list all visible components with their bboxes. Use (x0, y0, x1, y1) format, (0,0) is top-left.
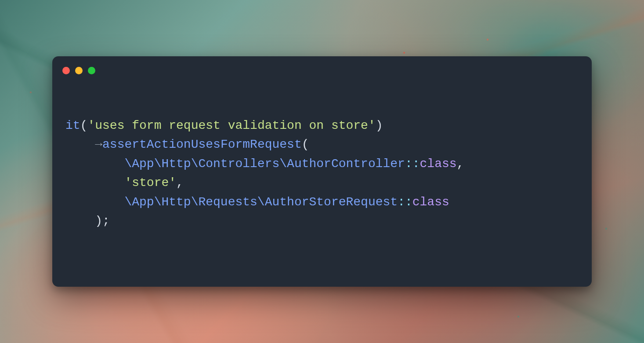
fn-it: it (65, 119, 80, 132)
comma: , (457, 157, 464, 171)
paren-close: ) (95, 214, 102, 228)
semicolon: ; (102, 214, 110, 228)
ns-controller: \App\Http\Controllers\AuthorController (124, 157, 405, 171)
kw-class: class (420, 157, 457, 171)
double-colon: :: (398, 195, 412, 209)
arrow-icon: → (95, 138, 102, 151)
method-assert: assertActionUsesFormRequest (102, 138, 302, 151)
code-line-4: 'store', (65, 176, 184, 190)
indent (65, 138, 95, 151)
string-test-name: 'uses form request validation on store' (87, 119, 375, 132)
paren-close: ) (376, 119, 383, 132)
code-line-6: ); (65, 214, 110, 228)
code-window: it('uses form request validation on stor… (52, 56, 592, 287)
minimize-icon[interactable] (75, 67, 83, 74)
window-traffic-lights (62, 67, 95, 74)
ns-request: \App\Http\Requests\AuthorStoreRequest (124, 195, 398, 209)
indent (65, 214, 95, 228)
zoom-icon[interactable] (88, 67, 95, 74)
comma: , (176, 176, 184, 190)
kw-class: class (412, 195, 449, 209)
code-line-1: it('uses form request validation on stor… (65, 119, 383, 132)
paren-open: ( (80, 119, 88, 132)
code-line-5: \App\Http\Requests\AuthorStoreRequest::c… (65, 195, 449, 209)
indent (65, 195, 124, 209)
indent (65, 157, 124, 171)
double-colon: :: (405, 157, 420, 171)
code-block: it('uses form request validation on stor… (65, 116, 579, 230)
paren-open: ( (302, 138, 309, 151)
indent (65, 176, 124, 190)
code-line-3: \App\Http\Controllers\AuthorController::… (65, 157, 464, 171)
string-store: 'store' (124, 176, 176, 190)
close-icon[interactable] (62, 67, 70, 74)
code-line-2: →assertActionUsesFormRequest( (65, 138, 309, 151)
